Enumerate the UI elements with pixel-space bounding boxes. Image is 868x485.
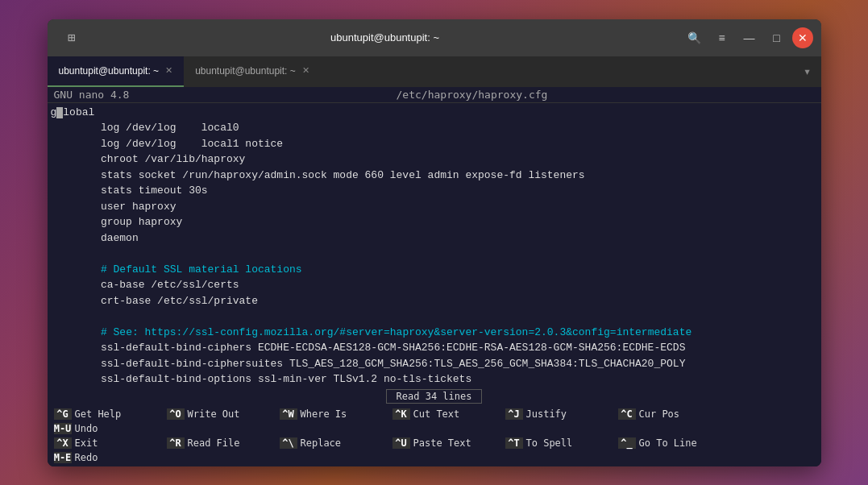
shortcut-key-go-to-line: ^_ <box>618 437 636 449</box>
tab-1-close[interactable]: ✕ <box>302 65 309 76</box>
tabbar: ubuntupit@ubuntupit: ~ ✕ ubuntupit@ubunt… <box>48 56 821 87</box>
shortcut-label-cur-pos: Cur Pos <box>639 408 680 420</box>
shortcut-cur-pos: ^C Cur Pos <box>615 407 728 421</box>
nano-version: GNU nano 4.8 <box>54 89 130 101</box>
window-icon: ⊞ <box>68 30 76 45</box>
shortcut-key-replace: ^\ <box>280 437 297 449</box>
titlebar-center: ubuntupit@ubuntupit: ~ <box>88 31 683 44</box>
shortcut-get-help: ^G Get Help <box>51 407 164 421</box>
shortcut-key-cut-text: ^K <box>392 408 410 420</box>
shortcut-label-where-is: Where Is <box>301 408 347 420</box>
tab-0-label: ubuntupit@ubuntupit: ~ <box>59 65 160 77</box>
shortcut-justify: ^J Justify <box>502 407 615 421</box>
tab-1-label: ubuntupit@ubuntupit: ~ <box>195 65 296 77</box>
shortcut-key-paste-text: ^U <box>392 437 410 449</box>
shortcut-label-redo: Redo <box>75 452 98 463</box>
status-bar: Read 34 lines <box>48 388 821 405</box>
maximize-button[interactable]: □ <box>765 26 789 50</box>
shortcut-key-exit: ^X <box>54 437 72 449</box>
shortcut-key-justify: ^J <box>505 408 523 420</box>
terminal-body[interactable]: GNU nano 4.8 /etc/haproxy/haproxy.cfg gl… <box>48 87 821 466</box>
nano-header: GNU nano 4.8 /etc/haproxy/haproxy.cfg <box>48 87 821 103</box>
shortcut-label-paste-text: Paste Text <box>413 437 471 449</box>
shortcut-read-file: ^R Read File <box>164 436 276 450</box>
shortcut-key-undo: M-U <box>54 423 72 434</box>
nano-filename: /etc/haproxy/haproxy.cfg <box>397 89 548 101</box>
shortcut-label-replace: Replace <box>301 437 342 449</box>
terminal-window: ⊞ ubuntupit@ubuntupit: ~ 🔍 ≡ — □ ✕ ubunt… <box>48 19 821 466</box>
tab-0[interactable]: ubuntupit@ubuntupit: ~ ✕ <box>48 56 185 87</box>
shortcut-paste-text: ^U Paste Text <box>389 436 502 450</box>
shortcut-label-undo: Undo <box>75 423 98 434</box>
shortcut-where-is: ^W Where Is <box>276 407 389 421</box>
add-tab-button[interactable]: ▾ <box>794 56 821 87</box>
titlebar-left: ⊞ <box>56 30 88 45</box>
shortcut-key-where-is: ^W <box>280 408 297 420</box>
shortcut-key-read-file: ^R <box>167 437 185 449</box>
shortcut-label-to-spell: To Spell <box>526 437 573 449</box>
shortcut-row-2: ^X Exit ^R Read File ^\ Replace ^U Paste… <box>51 436 818 465</box>
shortcut-redo: M-E Redo <box>51 450 164 465</box>
shortcut-label-go-to-line: Go To Line <box>639 437 697 449</box>
titlebar-title: ubuntupit@ubuntupit: ~ <box>330 31 439 44</box>
titlebar-right: 🔍 ≡ — □ ✕ <box>683 26 813 50</box>
shortcut-go-to-line: ^_ Go To Line <box>615 436 728 450</box>
titlebar: ⊞ ubuntupit@ubuntupit: ~ 🔍 ≡ — □ ✕ <box>48 19 821 56</box>
shortcut-row-1: ^G Get Help ^O Write Out ^W Where Is ^K … <box>51 407 818 436</box>
editor-area[interactable]: global log /dev/log local0 log /dev/log … <box>48 103 821 388</box>
menu-button[interactable]: ≡ <box>710 26 734 50</box>
shortcut-key-cur-pos: ^C <box>618 408 636 420</box>
shortcut-undo: M-U Undo <box>51 421 164 436</box>
shortcut-bar: ^G Get Help ^O Write Out ^W Where Is ^K … <box>48 405 821 466</box>
shortcut-write-out: ^O Write Out <box>164 407 276 421</box>
shortcut-cut-text: ^K Cut Text <box>389 407 502 421</box>
search-button[interactable]: 🔍 <box>683 26 707 50</box>
shortcut-key-write-out: ^O <box>167 408 185 420</box>
status-message: Read 34 lines <box>386 389 483 404</box>
shortcut-label-get-help: Get Help <box>75 408 122 420</box>
shortcut-label-justify: Justify <box>526 408 567 420</box>
shortcut-to-spell: ^T To Spell <box>502 436 615 450</box>
shortcut-key-to-spell: ^T <box>505 437 523 449</box>
shortcut-key-redo: M-E <box>54 452 72 463</box>
shortcut-key-get-help: ^G <box>54 408 72 420</box>
shortcut-label-write-out: Write Out <box>188 408 240 420</box>
minimize-button[interactable]: — <box>737 26 762 50</box>
editor-text: global log /dev/log local0 log /dev/log … <box>51 105 818 388</box>
tab-1[interactable]: ubuntupit@ubuntupit: ~ ✕ <box>184 56 321 87</box>
tab-0-close[interactable]: ✕ <box>165 65 172 76</box>
shortcut-label-read-file: Read File <box>188 437 240 449</box>
shortcut-label-cut-text: Cut Text <box>413 408 460 420</box>
close-button[interactable]: ✕ <box>792 27 813 48</box>
shortcut-label-exit: Exit <box>75 437 98 449</box>
shortcut-exit: ^X Exit <box>51 436 164 450</box>
shortcut-replace: ^\ Replace <box>276 436 389 450</box>
